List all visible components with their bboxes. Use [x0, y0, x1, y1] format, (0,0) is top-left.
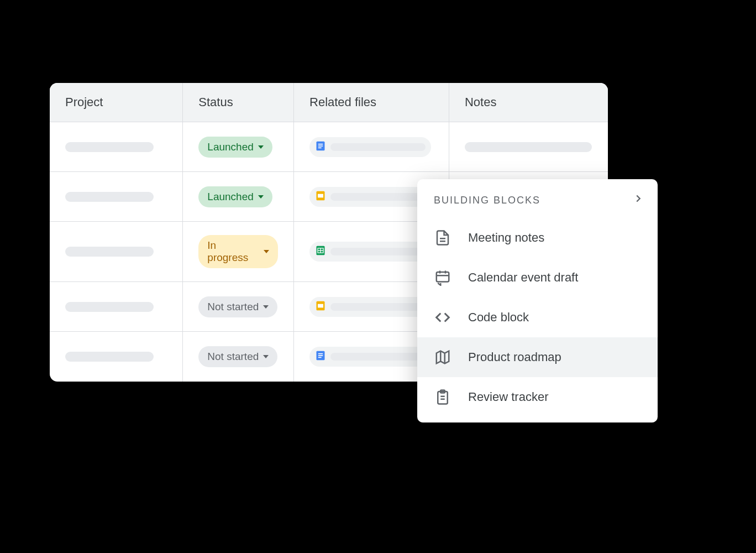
popup-item-calendar[interactable]: Calendar event draft [417, 258, 658, 298]
file-name-placeholder [330, 143, 426, 151]
file-name-placeholder [330, 353, 426, 361]
slides-icon [315, 300, 326, 314]
popup-item-map[interactable]: Product roadmap [417, 337, 658, 377]
project-name-placeholder [65, 192, 154, 202]
header-status: Status [183, 83, 294, 122]
sheets-icon [315, 245, 326, 258]
map-icon [434, 348, 452, 366]
status-label: In progress [207, 239, 259, 264]
project-name-placeholder [65, 352, 154, 362]
status-chip[interactable]: Not started [198, 296, 277, 317]
project-name-placeholder [65, 302, 154, 312]
caret-down-icon [258, 195, 264, 199]
docs-icon [315, 350, 326, 363]
project-name-placeholder [65, 142, 154, 152]
file-chip[interactable] [309, 347, 431, 367]
header-notes: Notes [449, 83, 608, 122]
svg-rect-5 [318, 194, 323, 197]
calendar-icon [434, 269, 452, 286]
file-chip[interactable] [309, 297, 431, 317]
building-blocks-popup: BUILDING BLOCKS Meeting notesCalendar ev… [417, 179, 658, 422]
svg-rect-14 [318, 355, 323, 356]
svg-rect-3 [318, 147, 322, 148]
popup-item-label: Review tracker [468, 390, 548, 404]
status-label: Launched [207, 141, 253, 153]
status-label: Not started [207, 301, 259, 313]
popup-item-code[interactable]: Code block [417, 298, 658, 337]
svg-marker-22 [437, 351, 449, 364]
file-name-placeholder [330, 303, 426, 311]
file-chip[interactable] [309, 187, 431, 207]
status-chip[interactable]: In progress [198, 235, 278, 268]
status-label: Not started [207, 351, 259, 363]
file-name-placeholder [330, 193, 426, 201]
status-label: Launched [207, 191, 253, 203]
popup-item-label: Meeting notes [468, 231, 544, 245]
svg-rect-15 [318, 357, 322, 358]
project-name-placeholder [65, 247, 154, 257]
code-icon [434, 309, 452, 326]
status-chip[interactable]: Launched [198, 137, 272, 158]
popup-item-label: Product roadmap [468, 350, 561, 364]
svg-rect-18 [437, 272, 449, 282]
doc-icon [434, 229, 452, 247]
status-chip[interactable]: Launched [198, 186, 272, 207]
caret-down-icon [264, 250, 269, 253]
svg-rect-13 [318, 353, 323, 354]
docs-icon [315, 140, 326, 154]
popup-item-label: Calendar event draft [468, 270, 578, 285]
svg-rect-1 [318, 143, 323, 144]
notes-placeholder [465, 142, 592, 152]
caret-down-icon [263, 305, 269, 309]
popup-item-label: Code block [468, 310, 529, 325]
file-name-placeholder [330, 248, 426, 255]
chevron-right-icon[interactable] [632, 192, 644, 208]
popup-item-clipboard[interactable]: Review tracker [417, 377, 658, 417]
header-project: Project [50, 83, 183, 122]
caret-down-icon [258, 145, 264, 149]
header-files: Related files [294, 83, 449, 122]
svg-rect-11 [318, 304, 323, 307]
file-chip[interactable] [309, 137, 431, 157]
status-chip[interactable]: Not started [198, 346, 277, 367]
file-chip[interactable] [309, 242, 431, 262]
caret-down-icon [263, 355, 269, 358]
svg-rect-2 [318, 145, 323, 147]
table-row: Launched [50, 122, 608, 172]
clipboard-icon [434, 388, 452, 406]
slides-icon [315, 190, 326, 204]
popup-title: BUILDING BLOCKS [434, 195, 540, 206]
popup-item-doc[interactable]: Meeting notes [417, 218, 658, 258]
